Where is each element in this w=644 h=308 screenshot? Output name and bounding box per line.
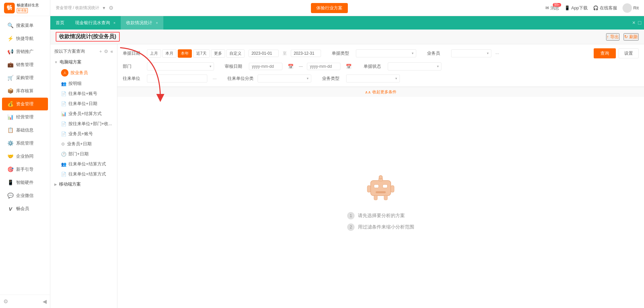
scheme-settings-icon[interactable]: ⚙ [104, 49, 108, 54]
active-dot: 人 [61, 69, 68, 76]
tab-bank-flow[interactable]: 现金银行流水查询 × [70, 16, 121, 30]
tab-window-maximize[interactable]: □ [638, 20, 641, 26]
sidebar-item-enterprise[interactable]: 🤝 企业协同 [2, 150, 48, 163]
date-btn-this-year[interactable]: 本年 [178, 49, 192, 58]
tree-item-unit-dept-collect[interactable]: 📄 按往来单位+部门+收... [50, 119, 117, 129]
counterparty-category-label: 往来单位分类 [227, 75, 254, 82]
tab-collection-stat[interactable]: 收款情况统计 × [121, 16, 163, 30]
sidebar-item-sales[interactable]: 💼 销售管理 [2, 58, 48, 71]
date-btn-last-7[interactable]: 近7天 [193, 49, 210, 58]
tree-group-desktop[interactable]: ▼ 电脑端方案 [50, 57, 117, 67]
breadcrumb-dropdown-icon[interactable]: ▼ [102, 6, 106, 10]
sidebar-item-guide[interactable]: 🎯 新手引导 [2, 163, 48, 176]
enterprise-icon: 🤝 [7, 153, 13, 159]
tree-item-by-detail[interactable]: 👥 按明细 [50, 79, 117, 89]
audit-date-cal1[interactable]: 📅 [288, 64, 293, 69]
salesperson-select[interactable] [451, 49, 491, 57]
step-2-text: 用过滤条件来缩小分析范围 [358, 224, 414, 230]
sidebar-item-member[interactable]: V 畅会员 [2, 202, 48, 215]
salesperson-more[interactable]: ··· [495, 51, 499, 56]
sidebar-item-business[interactable]: 📊 经营管理 [2, 111, 48, 123]
export-icon: ↑ [607, 34, 609, 39]
main-content: 资金管理 / 收款情况统计 ▼ ⚙ 体验行业方案 ✉ 消息 99+ 📱 App下… [50, 0, 644, 308]
date-to-input[interactable] [291, 50, 321, 57]
date-btn-last-month[interactable]: 上月 [147, 49, 161, 58]
audit-date-to-input[interactable] [307, 63, 340, 70]
finance-icon: 💰 [7, 101, 13, 107]
date-btn-this-month[interactable]: 本月 [162, 49, 176, 58]
counterparty-category-select[interactable] [258, 74, 311, 83]
bill-status-select[interactable] [388, 62, 441, 70]
refresh-button[interactable]: ↻ 刷新 [624, 33, 639, 41]
filter-area: 单据日期 上月 本月 本年 近7天 更多 自定义 至 单据类型 [117, 44, 644, 87]
sidebar-item-finance[interactable]: 💰 资金管理 [2, 98, 48, 110]
bill-type-select[interactable] [356, 49, 416, 57]
date-btn-more[interactable]: 更多 [211, 49, 225, 58]
tab-home[interactable]: 首页 [50, 16, 70, 30]
collapse-bar[interactable]: ∧∧ 收起更多条件 [117, 87, 644, 97]
tab-window-close[interactable]: × [632, 20, 635, 26]
sidebar-item-purchase[interactable]: 🛒 采购管理 [2, 71, 48, 84]
basic-icon: 📋 [7, 127, 13, 133]
tab-bar: 首页 现金银行流水查询 × 收款情况统计 × × □ [50, 16, 644, 30]
detail-icon: 👥 [61, 81, 66, 86]
tab-bank-flow-close[interactable]: × [113, 21, 115, 25]
online-service-button[interactable]: 🎧 在线客服 [593, 5, 617, 11]
settings-button[interactable]: 设置 [619, 48, 639, 58]
sidebar-item-quick-nav[interactable]: ⚡ 快捷导航 [2, 32, 48, 45]
business-type-label: 业务类型 [322, 75, 342, 82]
app-download-button[interactable]: 📱 App下载 [565, 5, 588, 11]
bill-status-select-wrap [388, 62, 441, 70]
tree-item-unit-settle1[interactable]: 👥 往来单位+结算方式 [50, 159, 117, 169]
tree-item-unit-settle2[interactable]: 📄 往来单位+结算方式 [50, 169, 117, 179]
svg-point-5 [379, 175, 382, 179]
logo-badge: 标准版 [17, 8, 28, 13]
quick-nav-icon: ⚡ [7, 36, 13, 42]
tree-item-by-salesperson[interactable]: 人 按业务员 [50, 67, 117, 79]
sidebar-item-marketing[interactable]: 📢 营销推广 [2, 45, 48, 58]
trial-button[interactable]: 体验行业方案 [311, 3, 348, 13]
query-button[interactable]: 查询 [594, 48, 616, 58]
right-panel: 单据日期 上月 本月 本年 近7天 更多 自定义 至 单据类型 [117, 44, 644, 308]
tree-item-dept-date[interactable]: 🕐 部门+日期 [50, 149, 117, 159]
user-avatar[interactable]: Rit [623, 3, 639, 13]
purchase-icon: 🛒 [7, 75, 13, 81]
sidebar-item-system[interactable]: ⚙️ 系统管理 [2, 137, 48, 150]
sidebar-item-basic[interactable]: 📋 基础信息 [2, 124, 48, 137]
audit-date-separator: — [299, 64, 303, 69]
audit-date-from-input[interactable] [249, 63, 282, 70]
audit-date-cal2[interactable]: 📅 [346, 64, 352, 69]
sidebar-item-wechat[interactable]: 💬 企业微信 [2, 189, 48, 202]
audit-date-label: 审核日期 [225, 63, 245, 69]
tab-collection-stat-close[interactable]: × [156, 21, 158, 25]
empty-steps: 1 请先选择要分析的方案 2 用过滤条件来缩小分析范围 [347, 212, 414, 235]
left-panel: 按以下方案查询 + ⚙ « ▼ 电脑端方案 人 按业务员 👥 按明细 [50, 44, 117, 308]
system-icon: ⚙️ [7, 140, 13, 146]
page-title-box: 收款情况统计(按业务员) [56, 32, 120, 42]
tree-item-salesperson-date[interactable]: ⚙ 业务员+日期 [50, 139, 117, 149]
tree-item-salesperson-settle[interactable]: 📊 业务员+结算方式 [50, 109, 117, 119]
dept-select[interactable] [147, 62, 214, 70]
salesperson-date-icon: ⚙ [61, 142, 65, 147]
topbar-settings-icon[interactable]: ⚙ [109, 5, 113, 11]
sidebar-item-inventory[interactable]: 📦 库存核算 [2, 85, 48, 97]
add-scheme-icon[interactable]: + [99, 49, 102, 54]
export-button[interactable]: ↑ 导出 [606, 33, 620, 41]
tree-group-mobile[interactable]: ▶ 移动端方案 [50, 179, 117, 189]
tree-item-unit-date[interactable]: 📄 往来单位+日期 [50, 99, 117, 109]
sidebar-item-search[interactable]: 🔍 搜索菜单 [2, 19, 48, 32]
footer-collapse-icon[interactable]: ◀ [43, 298, 47, 305]
unit-settle1-icon: 👥 [61, 162, 66, 167]
tree-item-unit-account[interactable]: 📄 往来单位+账号 [50, 89, 117, 99]
left-panel-actions: + ⚙ « [99, 49, 113, 54]
business-type-select[interactable] [346, 74, 400, 83]
date-from-input[interactable] [249, 50, 279, 57]
sidebar-item-hardware[interactable]: 📱 智能硬件 [2, 176, 48, 189]
tree-item-salesperson-account[interactable]: 📄 业务员+账号 [50, 129, 117, 139]
collapse-panel-icon[interactable]: « [110, 49, 113, 54]
date-btn-custom[interactable]: 自定义 [226, 49, 245, 58]
counterparty-input[interactable] [147, 74, 207, 83]
message-button[interactable]: ✉ 消息 99+ [545, 5, 559, 11]
counterparty-more-icon[interactable]: ··· [213, 76, 217, 81]
footer-settings-icon[interactable]: ⚙ [3, 298, 8, 305]
